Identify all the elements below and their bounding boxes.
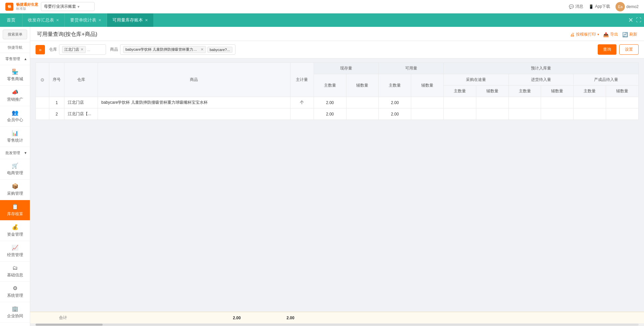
horizontal-scrollbar[interactable]: [30, 323, 644, 326]
sidebar-item-members[interactable]: 👥 会员中心: [0, 106, 30, 127]
sidebar-item-retail-mall[interactable]: 🏪 零售商城: [0, 65, 30, 86]
col-incoming-pending-header: 进货待入量: [508, 74, 574, 86]
close-tab-inventory[interactable]: ✕: [145, 18, 148, 22]
retail-mall-icon: 🏪: [12, 68, 18, 75]
content-header: 可用量查询(按仓库+商品) 🖨 按模板打印 ▾ 📤 导出 🔄 刷新: [30, 27, 644, 41]
sidebar-item-new-guide[interactable]: 🆕 新手引导: [0, 323, 30, 326]
sidebar-item-inventory-check[interactable]: 📋 库存核算: [0, 200, 30, 221]
close-tab-receipts[interactable]: ✕: [56, 18, 59, 22]
main-layout: 搜索菜单 快捷导航 零售管理 ▲ 🏪 零售商城 📣 营销推广 👥 会员中心 📊 …: [0, 27, 644, 326]
col-stock-aux-header: 辅数量: [346, 74, 379, 97]
remove-warehouse-tag[interactable]: ✕: [80, 47, 84, 52]
template-print-btn[interactable]: 🖨 按模板打印 ▾: [570, 32, 599, 37]
sidebar-item-basic-info[interactable]: 🗂 基础信息: [0, 262, 30, 282]
tab-orders[interactable]: 要货单统计表 ✕: [65, 13, 107, 27]
top-bar-left: 畅 畅捷通好生意 标准版 母婴行业演示账套 ▾: [5, 2, 95, 11]
sidebar: 搜索菜单 快捷导航 零售管理 ▲ 🏪 零售商城 📣 营销推广 👥 会员中心 📊 …: [0, 27, 30, 326]
sidebar-item-retail-mgmt[interactable]: 零售管理 ▲: [0, 53, 30, 65]
row-production-pending-aux: [606, 97, 639, 108]
sidebar-item-quick-nav[interactable]: 快捷导航: [0, 42, 30, 53]
export-icon: 📤: [603, 32, 609, 37]
purchase-icon: 📦: [12, 183, 18, 189]
col-main-unit-header: 主计量: [290, 63, 314, 97]
app-download-btn[interactable]: 📱 App下载: [589, 4, 610, 9]
search-menu-btn[interactable]: 搜索菜单: [3, 30, 27, 39]
warehouse-tag: 江北门店 ✕: [62, 46, 86, 53]
col-settings-header: ⚙: [36, 63, 49, 97]
chevron-icon2: ▼: [24, 151, 27, 155]
filter-actions: 查询 设置: [598, 44, 639, 55]
row-warehouse: 江北门店: [64, 97, 98, 108]
warehouse-input[interactable]: 江北门店 ✕ ...: [59, 44, 106, 55]
sidebar-item-wholesale-mgmt[interactable]: 批发管理 ▼: [0, 147, 30, 159]
col-production-pending-main-header: 主数量: [574, 86, 606, 97]
product-label: 商品: [110, 47, 118, 52]
product-tag1: babycare学饮杯 儿童防摔防撞吸管杯重力球吸嘴杯宝宝水杯 ✕: [123, 46, 206, 53]
sidebar-item-finance[interactable]: 💰 资金管理: [0, 221, 30, 241]
footer-stock-main: 2.00: [223, 316, 250, 320]
tenant-selector[interactable]: 母婴行业演示账套 ▾: [41, 2, 95, 11]
maximize-icon[interactable]: ⛶: [636, 17, 641, 23]
warehouse-filter-group: 仓库 江北门店 ✕ ...: [49, 44, 106, 55]
refresh-btn[interactable]: 🔄 刷新: [622, 32, 637, 37]
query-button[interactable]: 查询: [598, 44, 616, 55]
warehouse-more[interactable]: ...: [87, 48, 90, 52]
row-available-main: 2.00: [379, 108, 411, 120]
row-incoming-pending-aux: [541, 108, 574, 120]
sidebar-item-marketing[interactable]: 📣 营销推广: [0, 86, 30, 106]
sidebar-item-operations[interactable]: 📈 经营管理: [0, 241, 30, 262]
sidebar-item-ecommerce[interactable]: 🛒 电商管理: [0, 159, 30, 180]
chevron-icon: ▲: [24, 57, 27, 61]
sidebar-item-enterprise[interactable]: 🏢 企业协同: [0, 302, 30, 323]
footer-label: 合计: [59, 315, 93, 321]
col-production-pending-header: 产成品待入量: [574, 74, 639, 86]
setting-button[interactable]: 设置: [619, 44, 639, 55]
col-warehouse-header: 仓库: [64, 63, 98, 97]
refresh-icon: 🔄: [622, 32, 628, 37]
col-incoming-pending-main-header: 主数量: [508, 86, 541, 97]
col-purchase-transit-main-header: 主数量: [444, 86, 476, 97]
table-row: 2 江北门店【... 2.00 2.00: [36, 108, 639, 120]
col-forecast-group-header: 预计入库量: [444, 63, 639, 74]
finance-icon: 💰: [12, 224, 18, 230]
sidebar-item-retail-stats[interactable]: 📊 零售统计: [0, 127, 30, 147]
tab-inventory[interactable]: 可用量库存账本 ✕: [107, 13, 154, 27]
footer-available-main: 2.00: [277, 316, 304, 320]
warehouse-label: 仓库: [49, 47, 57, 52]
col-available-main-header: 主数量: [379, 74, 411, 97]
scrollbar-thumb[interactable]: [36, 324, 103, 326]
filter-toggle-btn[interactable]: »: [36, 45, 45, 54]
print-icon: 🖨: [570, 32, 575, 37]
retail-stats-icon: 📊: [12, 130, 18, 136]
tab-window-actions: ✕ ⛶: [626, 13, 644, 27]
message-icon: 💬: [569, 4, 574, 9]
operations-icon: 📈: [12, 244, 18, 251]
tab-home[interactable]: 首页: [0, 13, 22, 27]
col-available-aux-header: 辅数量: [411, 74, 444, 97]
download-icon: 📱: [589, 4, 594, 9]
product-input[interactable]: babycare学饮杯 儿童防摔防撞吸管杯重力球吸嘴杯宝宝水杯 ✕ babyca…: [120, 44, 235, 55]
tab-receipts[interactable]: 收发存汇总表 ✕: [22, 13, 65, 27]
row-warehouse: 江北门店【...: [64, 108, 98, 120]
row-settings: [36, 108, 49, 120]
page-title: 可用量查询(按仓库+商品): [37, 31, 97, 38]
settings-gear-icon[interactable]: ⚙: [40, 77, 45, 83]
user-profile[interactable]: Ea demo2: [615, 2, 639, 11]
export-btn[interactable]: 📤 导出: [603, 32, 618, 37]
row-purchase-transit-main: [444, 108, 476, 120]
remove-product-tag1[interactable]: ✕: [201, 47, 204, 52]
app-logo: 畅: [5, 3, 13, 11]
row-incoming-pending-main: [508, 97, 541, 108]
message-btn[interactable]: 💬 消息: [569, 4, 583, 9]
close-tab-orders[interactable]: ✕: [98, 18, 101, 22]
sidebar-item-system[interactable]: ⚙ 系统管理: [0, 282, 30, 302]
sidebar-item-purchase[interactable]: 📦 采购管理: [0, 180, 30, 200]
members-icon: 👥: [12, 109, 18, 116]
close-window-icon[interactable]: ✕: [628, 16, 633, 24]
row-stock-aux: [346, 97, 379, 108]
ecommerce-icon: 🛒: [12, 162, 18, 169]
row-incoming-pending-main: [508, 108, 541, 120]
sidebar-search-section: 搜索菜单: [0, 27, 30, 42]
product-filter-group: 商品 babycare学饮杯 儿童防摔防撞吸管杯重力球吸嘴杯宝宝水杯 ✕ bab…: [110, 44, 235, 55]
top-bar: 畅 畅捷通好生意 标准版 母婴行业演示账套 ▾ 💬 消息 📱 App下载 Ea …: [0, 0, 644, 13]
